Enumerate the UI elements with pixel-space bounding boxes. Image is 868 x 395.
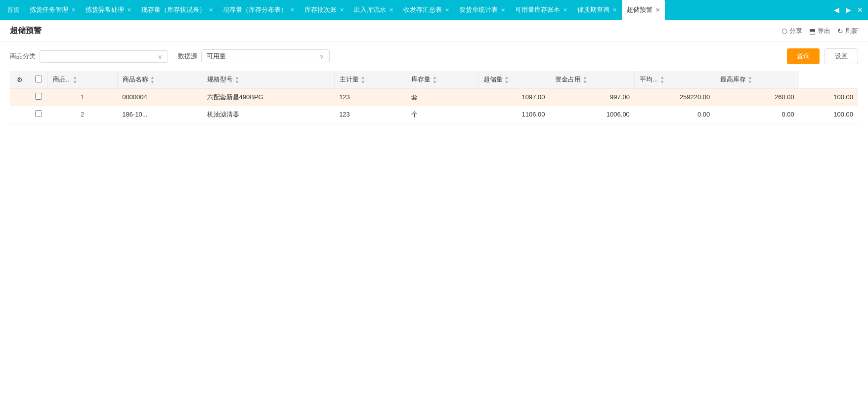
- share-icon: ⬡: [781, 27, 787, 35]
- column-header-spec[interactable]: 规格型号▲▼: [202, 71, 335, 88]
- filter-action-buttons: 查询 设置: [787, 48, 858, 64]
- column-header-gear[interactable]: ⚙: [10, 71, 30, 88]
- sort-icon-capital: ▲▼: [583, 76, 587, 84]
- tab-close-icon[interactable]: ✕: [290, 7, 295, 13]
- nav-tab-4[interactable]: 现存量（库存分布表）✕: [218, 0, 300, 20]
- top-navigation: 首页拣货任务管理✕拣货异常处理✕现存量（库存状况表）✕现存量（库存分布表）✕库存…: [0, 0, 868, 20]
- category-filter: 商品分类 ∨: [10, 50, 168, 63]
- row-index-0: 1: [47, 88, 117, 106]
- header-actions: ⬡ 分享 ⬒ 导出 ↻ 刷新: [781, 27, 858, 36]
- row-name-1: 机油滤清器: [202, 106, 335, 123]
- nav-tab-5[interactable]: 库存批次账✕: [300, 0, 349, 20]
- settings-button[interactable]: 设置: [825, 48, 858, 64]
- row-unit-1: 个: [406, 106, 478, 123]
- column-header-code[interactable]: 商品...▲▼: [47, 71, 117, 88]
- page-title: 超储预警: [10, 26, 42, 36]
- tab-close-icon[interactable]: ✕: [127, 7, 131, 13]
- row-overstock-1: 1006.00: [550, 106, 634, 123]
- tab-close-icon[interactable]: ✕: [340, 7, 344, 13]
- filter-bar: 商品分类 ∨ 数据源 可用量 ∨ 查询 设置: [0, 41, 868, 71]
- table-row: 1 0000004 六配套新昌490BPG 123 套 1097.00 997.…: [10, 88, 858, 106]
- row-checkbox-0[interactable]: [35, 93, 42, 100]
- share-button[interactable]: ⬡ 分享: [781, 27, 802, 36]
- nav-tab-7[interactable]: 收发存汇总表✕: [398, 0, 454, 20]
- row-code-0: 0000004: [117, 88, 202, 106]
- row-capital-0: 259220.00: [635, 88, 715, 106]
- datasource-filter: 数据源 可用量 ∨: [178, 49, 330, 63]
- row-unit-0: 套: [406, 88, 478, 106]
- page-header: 超储预警 ⬡ 分享 ⬒ 导出 ↻ 刷新: [0, 20, 868, 41]
- nav-tab-0[interactable]: 首页: [2, 0, 25, 20]
- refresh-icon: ↻: [837, 27, 843, 35]
- data-table: ⚙ 商品...▲▼ 商品名称▲▼ 规格型号▲▼ 主计量▲▼ 库: [10, 71, 858, 123]
- table-row: 2 186-10... 机油滤清器 123 个 1106.00 1006.00 …: [10, 106, 858, 123]
- row-avg-0: 260.00: [715, 88, 799, 106]
- query-button[interactable]: 查询: [787, 48, 820, 64]
- column-header-unit[interactable]: 主计量▲▼: [334, 71, 406, 88]
- row-avg-1: 0.00: [715, 106, 799, 123]
- row-index-1: 2: [47, 106, 117, 123]
- sort-icon-name: ▲▼: [150, 76, 155, 84]
- tab-close-icon[interactable]: ✕: [71, 7, 76, 13]
- nav-tab-8[interactable]: 要货单统计表✕: [454, 0, 510, 20]
- sort-icon-spec: ▲▼: [235, 76, 239, 84]
- tab-close-icon[interactable]: ✕: [501, 7, 505, 13]
- row-code-1: 186-10...: [117, 106, 202, 123]
- export-icon: ⬒: [809, 27, 816, 35]
- column-header-checkbox[interactable]: [30, 71, 47, 88]
- column-header-maxstock[interactable]: 最高库存▲▼: [715, 71, 799, 88]
- column-header-avg[interactable]: 平均...▲▼: [635, 71, 715, 88]
- row-gear-cell: [10, 106, 30, 123]
- sort-icon-avg: ▲▼: [660, 76, 664, 84]
- tab-close-icon[interactable]: ✕: [655, 7, 660, 13]
- category-select[interactable]: ∨: [40, 50, 168, 63]
- nav-tab-11[interactable]: 超储预警✕: [622, 0, 665, 20]
- tab-close-icon[interactable]: ✕: [612, 7, 617, 13]
- nav-close-button[interactable]: ✕: [854, 0, 866, 20]
- row-maxstock-0: 100.00: [799, 88, 858, 106]
- sort-icon-unit: ▲▼: [361, 76, 365, 84]
- row-checkbox-cell[interactable]: [30, 106, 47, 123]
- table-header-row: ⚙ 商品...▲▼ 商品名称▲▼ 规格型号▲▼ 主计量▲▼ 库: [10, 71, 858, 88]
- category-chevron-icon: ∨: [158, 53, 163, 60]
- sort-icon-overstock: ▲▼: [505, 76, 509, 84]
- nav-tab-2[interactable]: 拣货异常处理✕: [81, 0, 136, 20]
- tab-close-icon[interactable]: ✕: [209, 7, 213, 13]
- datasource-chevron-icon: ∨: [319, 53, 324, 60]
- row-spec-1: 123: [334, 106, 406, 123]
- category-label: 商品分类: [10, 52, 36, 61]
- tab-close-icon[interactable]: ✕: [389, 7, 393, 13]
- row-spec-0: 123: [334, 88, 406, 106]
- row-stock-0: 1097.00: [478, 88, 550, 106]
- datasource-value: 可用量: [207, 52, 226, 61]
- row-gear-cell: [10, 88, 30, 106]
- row-overstock-0: 997.00: [550, 88, 634, 106]
- nav-next-button[interactable]: ▶: [842, 0, 854, 20]
- gear-icon: ⚙: [17, 76, 23, 83]
- column-header-stock[interactable]: 库存量▲▼: [406, 71, 478, 88]
- sort-icon-stock: ▲▼: [433, 76, 437, 84]
- row-checkbox-cell[interactable]: [30, 88, 47, 106]
- datasource-label: 数据源: [178, 52, 197, 61]
- nav-tab-9[interactable]: 可用量库存账本✕: [510, 0, 572, 20]
- nav-tab-3[interactable]: 现存量（库存状况表）✕: [136, 0, 218, 20]
- sort-icon-maxstock: ▲▼: [748, 76, 752, 84]
- data-table-container: ⚙ 商品...▲▼ 商品名称▲▼ 规格型号▲▼ 主计量▲▼ 库: [0, 71, 868, 123]
- column-header-name[interactable]: 商品名称▲▼: [117, 71, 202, 88]
- row-maxstock-1: 100.00: [799, 106, 858, 123]
- select-all-checkbox[interactable]: [35, 76, 42, 82]
- tab-close-icon[interactable]: ✕: [445, 7, 449, 13]
- nav-tab-10[interactable]: 保质期查询✕: [572, 0, 622, 20]
- nav-tab-1[interactable]: 拣货任务管理✕: [25, 0, 81, 20]
- row-capital-1: 0.00: [635, 106, 715, 123]
- datasource-select[interactable]: 可用量 ∨: [201, 49, 330, 63]
- row-name-0: 六配套新昌490BPG: [202, 88, 335, 106]
- nav-tab-6[interactable]: 出入库流水✕: [349, 0, 398, 20]
- column-header-overstock[interactable]: 超储量▲▼: [478, 71, 550, 88]
- tab-close-icon[interactable]: ✕: [563, 7, 567, 13]
- column-header-capital[interactable]: 资金占用▲▼: [550, 71, 634, 88]
- export-button[interactable]: ⬒ 导出: [809, 27, 830, 36]
- row-checkbox-1[interactable]: [35, 110, 42, 117]
- nav-prev-button[interactable]: ◀: [830, 0, 842, 20]
- refresh-button[interactable]: ↻ 刷新: [837, 27, 858, 36]
